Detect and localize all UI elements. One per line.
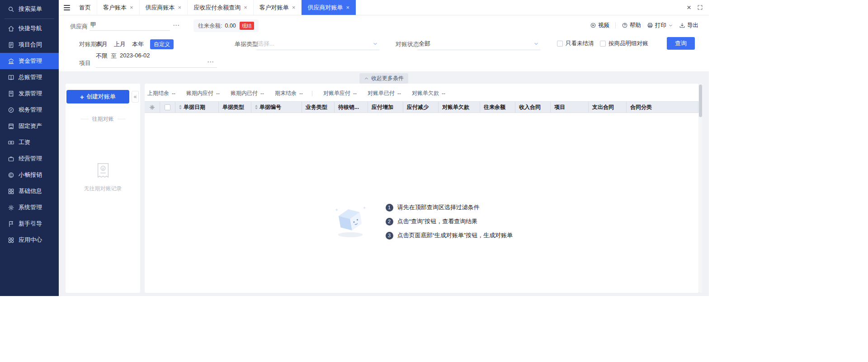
status-label: 对账状态 <box>396 40 419 48</box>
supplier-input[interactable] <box>90 19 170 31</box>
period-option[interactable]: 本年 <box>132 40 144 48</box>
column-header[interactable]: 应付增加 <box>368 102 403 113</box>
doc-type-select[interactable]: 选择... <box>256 38 379 50</box>
tab[interactable]: 供应商账本 × <box>140 0 188 15</box>
sidebar-item[interactable]: 新手引导 <box>0 216 59 232</box>
column-settings-button[interactable] <box>145 102 160 113</box>
history-divider: 往期对账 <box>66 115 140 123</box>
tab[interactable]: 应收应付余额查询 × <box>188 0 254 15</box>
tab-close-icon[interactable]: × <box>292 5 296 10</box>
table-header: 单据日期 单据类型 单据编号 <box>145 101 698 113</box>
sidebar-item[interactable]: 税务管理 <box>0 102 59 118</box>
ledger-icon <box>8 74 14 81</box>
tab[interactable]: 客户对账单 × <box>254 0 302 15</box>
create-statement-button[interactable]: + 创建对账单 <box>66 90 129 103</box>
export-button[interactable]: 导出 <box>679 22 698 29</box>
sidebar-item[interactable]: 发票管理 <box>0 85 59 102</box>
chevron-down-icon <box>373 41 378 47</box>
column-header[interactable]: 合同分类 <box>627 102 698 113</box>
help-button[interactable]: 帮助 <box>622 22 641 29</box>
sidebar-item[interactable]: 经营管理 <box>0 150 59 167</box>
column-header[interactable]: 业务类型 <box>302 102 335 113</box>
sidebar-item[interactable]: 应用中心 <box>0 232 59 248</box>
print-button[interactable]: 打印 <box>647 22 673 29</box>
column-header[interactable]: 对账单欠款 <box>439 102 480 113</box>
video-icon <box>590 22 596 28</box>
tab-close-icon[interactable]: × <box>346 5 349 10</box>
period-option[interactable]: 上月 <box>114 40 126 48</box>
sidebar-item[interactable]: 基础信息 <box>0 183 59 199</box>
sidebar-item[interactable]: 小畅报销 <box>0 167 59 183</box>
doc-type-placeholder: 选择... <box>258 40 274 48</box>
sort-icon[interactable] <box>179 105 182 109</box>
column-header[interactable]: 单据类型 <box>219 102 251 113</box>
guide-step: 3 点击页面底部“生成对账单”按钮，生成对账单 <box>386 231 513 240</box>
by-product-checkbox[interactable]: 按商品明细对账 <box>600 40 648 47</box>
column-header[interactable]: 待核销... <box>335 102 368 113</box>
scrollbar-thumb[interactable] <box>699 85 702 117</box>
panel-empty-state: ¥ 无往期对账记录 <box>66 162 140 193</box>
step-number-badge: 3 <box>386 232 393 240</box>
status-select[interactable]: 全部 <box>417 38 540 50</box>
tax-icon <box>8 107 14 113</box>
summary-item: 上期结余 -- <box>147 89 175 97</box>
chevron-down-icon <box>668 23 673 28</box>
checkbox-icon <box>600 41 606 47</box>
summary-item: 账期内应付 -- <box>186 89 220 97</box>
column-header[interactable]: 支出合同 <box>589 102 627 113</box>
vertical-scrollbar[interactable] <box>699 84 702 293</box>
doc-type-label: 单据类型 <box>235 40 258 48</box>
sidebar-item[interactable]: 固定资产 <box>0 118 59 134</box>
fullscreen-icon[interactable] <box>697 5 703 10</box>
collapse-panel-button[interactable]: « <box>132 91 139 103</box>
panel-empty-text: 无往期对账记录 <box>66 185 140 193</box>
tab-close-icon[interactable]: × <box>244 5 247 10</box>
select-all-checkbox[interactable] <box>160 102 175 113</box>
filter-area: 对账期间 本月 上月 本年 自定义 不限 至 2023-06-02 单 <box>59 38 709 71</box>
step-number-badge: 1 <box>386 204 393 212</box>
collapse-filters-button[interactable]: 收起更多条件 <box>359 73 408 84</box>
sidebar-item[interactable]: 总账管理 <box>0 69 59 85</box>
column-header[interactable]: 应付减少 <box>403 102 439 113</box>
unsettled-checkbox[interactable]: 只看未结清 <box>557 40 594 47</box>
empty-box-illustration <box>330 204 370 239</box>
period-option[interactable]: 本月 <box>96 40 108 48</box>
video-button[interactable]: 视频 <box>590 22 609 29</box>
close-tab-icon[interactable]: × <box>687 4 691 11</box>
tab-close-icon[interactable]: × <box>178 5 182 10</box>
project-input[interactable]: ··· <box>96 56 217 68</box>
column-header[interactable]: 单据编号 <box>251 102 302 113</box>
supplier-more-button[interactable]: ··· <box>173 22 180 28</box>
sidebar-item[interactable]: 工资 <box>0 134 59 150</box>
column-header[interactable]: 项目 <box>551 102 589 113</box>
tab[interactable]: 客户账本 × <box>97 0 140 15</box>
sidebar-item[interactable]: 资金管理 <box>0 53 59 69</box>
content-area: 收起更多条件 + 创建对账单 « 往期对账 ¥ 无往期对账记录 <box>59 71 709 296</box>
sidebar-item[interactable]: 快捷导航 <box>0 20 59 37</box>
query-button[interactable]: 查询 <box>667 37 695 50</box>
balance-label: 往来余额: <box>198 22 222 30</box>
period-custom-option[interactable]: 自定义 <box>150 39 174 49</box>
column-header[interactable]: 收入合同 <box>515 102 551 113</box>
help-icon <box>622 22 628 28</box>
statement-content: 上期结余 -- 账期内应付 -- 账期内已付 -- <box>145 84 698 293</box>
supplier-label: 供应商 <box>70 23 88 31</box>
project-more-button[interactable]: ··· <box>208 59 214 65</box>
settle-badge: 现结 <box>240 22 254 30</box>
sort-icon[interactable] <box>255 105 258 109</box>
column-header[interactable]: 单据日期 <box>175 102 219 113</box>
app-window: 搜索菜单 快捷导航 项目合同 资金管理 总账管理 <box>0 0 709 296</box>
system-icon <box>8 204 14 211</box>
plus-icon: + <box>80 94 84 100</box>
sidebar-item[interactable]: 系统管理 <box>0 199 59 216</box>
sidebar-item[interactable]: 项目合同 <box>0 37 59 53</box>
guide-step: 2 点击“查询”按钮，查看查询结果 <box>386 217 513 226</box>
tab[interactable]: 供应商对账单 × <box>302 0 356 15</box>
query-header: 供应商 ··· 往来余额: 0.00 现结 视频 帮助 <box>59 15 709 71</box>
guide-icon <box>8 221 14 227</box>
menu-toggle-icon[interactable] <box>59 0 73 15</box>
tab-close-icon[interactable]: × <box>130 5 133 10</box>
column-header[interactable]: 往来余额 <box>480 102 515 113</box>
tab[interactable]: 首页 × <box>73 0 97 15</box>
sidebar-item[interactable]: 搜索菜单 <box>0 1 59 17</box>
